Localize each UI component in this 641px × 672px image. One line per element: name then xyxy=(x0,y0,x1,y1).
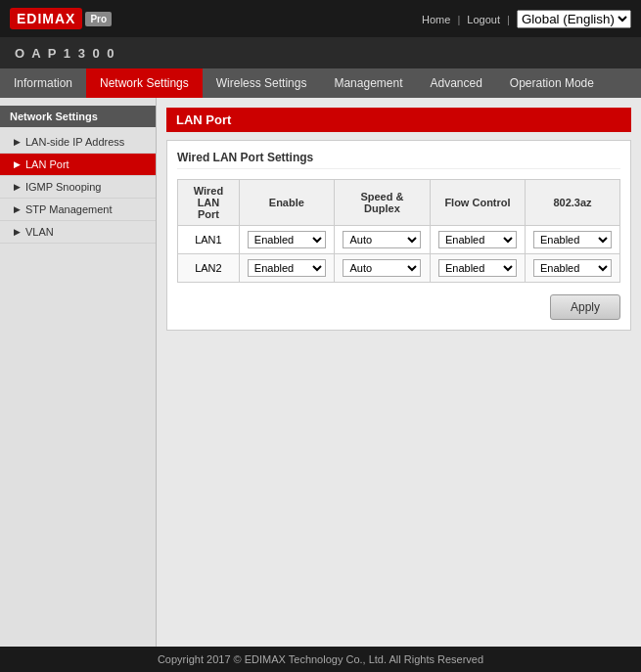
lan2-port-label: LAN2 xyxy=(178,254,240,283)
sidebar-label-igmp: IGMP Snooping xyxy=(25,181,101,193)
header-links: Home | Logout | Global (English) xyxy=(422,10,631,28)
header: EDIMAX Pro Home | Logout | Global (Engli… xyxy=(0,0,641,37)
logo-pro: Pro xyxy=(85,12,112,26)
sidebar-item-stp[interactable]: ▶ STP Management xyxy=(0,199,156,221)
arrow-icon-vlan: ▶ xyxy=(14,227,21,237)
nav-operation-mode[interactable]: Operation Mode xyxy=(496,68,608,98)
lan1-speed-cell: Auto 10M Half 10M Full 100M Half 100M Fu… xyxy=(334,226,430,254)
main-layout: Network Settings ▶ LAN-side IP Address ▶… xyxy=(0,98,641,647)
arrow-icon-stp: ▶ xyxy=(14,204,21,214)
arrow-icon: ▶ xyxy=(14,137,21,147)
table-row-lan2: LAN2 Enabled Disabled Auto 10M Half xyxy=(178,254,620,283)
apply-button[interactable]: Apply xyxy=(550,294,620,320)
wired-lan-settings-box: Wired LAN Port Settings Wired LAN Port E… xyxy=(166,140,631,331)
sidebar-label-stp: STP Management xyxy=(25,203,112,215)
lan-port-table: Wired LAN Port Enable Speed & Duplex Flo… xyxy=(177,179,620,283)
apply-area: Apply xyxy=(177,294,620,320)
settings-box-title: Wired LAN Port Settings xyxy=(177,151,620,169)
nav-network-settings[interactable]: Network Settings xyxy=(86,68,203,98)
lan1-az-select[interactable]: Enabled Disabled xyxy=(533,231,612,248)
lan2-speed-select[interactable]: Auto 10M Half 10M Full 100M Half 100M Fu… xyxy=(343,259,421,277)
sidebar-label-lan-port: LAN Port xyxy=(25,158,69,170)
footer: Copyright 2017 © EDIMAX Technology Co., … xyxy=(0,647,641,672)
arrow-icon-active: ▶ xyxy=(14,159,21,169)
lan2-enable-select[interactable]: Enabled Disabled xyxy=(248,259,326,277)
lan2-flow-select[interactable]: Enabled Disabled xyxy=(438,259,517,277)
device-title: O A P 1 3 0 0 xyxy=(15,46,116,61)
table-row-lan1: LAN1 Enabled Disabled Auto 10M Half xyxy=(178,226,620,254)
lan2-speed-cell: Auto 10M Half 10M Full 100M Half 100M Fu… xyxy=(334,254,430,283)
logo-text: EDIMAX xyxy=(10,8,82,29)
sidebar-item-lan-port[interactable]: ▶ LAN Port xyxy=(0,154,156,176)
sidebar-label-lan-ip: LAN-side IP Address xyxy=(25,136,124,148)
sidebar-label-vlan: VLAN xyxy=(25,226,54,238)
sidebar-item-igmp[interactable]: ▶ IGMP Snooping xyxy=(0,176,156,199)
sidebar-item-lan-ip[interactable]: ▶ LAN-side IP Address xyxy=(0,131,156,154)
col-header-flow: Flow Control xyxy=(430,180,525,226)
nav-advanced[interactable]: Advanced xyxy=(416,68,495,98)
nav-bar: Information Network Settings Wireless Se… xyxy=(0,68,641,98)
lan1-enable-select[interactable]: Enabled Disabled xyxy=(248,231,326,248)
nav-wireless-settings[interactable]: Wireless Settings xyxy=(203,68,321,98)
nav-management[interactable]: Management xyxy=(320,68,416,98)
lan1-flow-select[interactable]: Enabled Disabled xyxy=(438,231,517,248)
lan2-az-select[interactable]: Enabled Disabled xyxy=(533,259,612,277)
logout-link[interactable]: Logout xyxy=(467,14,500,25)
sidebar-item-vlan[interactable]: ▶ VLAN xyxy=(0,221,156,244)
footer-text: Copyright 2017 © EDIMAX Technology Co., … xyxy=(158,653,483,665)
col-header-speed: Speed & Duplex xyxy=(334,180,430,226)
lan2-az-cell: Enabled Disabled xyxy=(525,254,619,283)
lan1-az-cell: Enabled Disabled xyxy=(525,226,619,254)
sidebar-section-title: Network Settings xyxy=(0,106,156,127)
arrow-icon-igmp: ▶ xyxy=(14,182,21,192)
lan1-port-label: LAN1 xyxy=(178,226,240,254)
language-select[interactable]: Global (English) xyxy=(517,10,631,28)
home-link[interactable]: Home xyxy=(422,14,450,25)
col-header-enable: Enable xyxy=(239,180,334,226)
nav-information[interactable]: Information xyxy=(0,68,86,98)
lan1-flow-cell: Enabled Disabled xyxy=(430,226,525,254)
lan1-enable-cell: Enabled Disabled xyxy=(239,226,334,254)
lan2-flow-cell: Enabled Disabled xyxy=(430,254,525,283)
col-header-az: 802.3az xyxy=(525,180,619,226)
col-header-port: Wired LAN Port xyxy=(178,180,240,226)
page-title: LAN Port xyxy=(166,108,631,132)
content-area: LAN Port Wired LAN Port Settings Wired L… xyxy=(157,98,641,647)
sidebar: Network Settings ▶ LAN-side IP Address ▶… xyxy=(0,98,157,647)
logo: EDIMAX Pro xyxy=(10,8,112,29)
device-title-bar: O A P 1 3 0 0 xyxy=(0,37,641,68)
lan1-speed-select[interactable]: Auto 10M Half 10M Full 100M Half 100M Fu… xyxy=(343,231,421,248)
lan2-enable-cell: Enabled Disabled xyxy=(239,254,334,283)
